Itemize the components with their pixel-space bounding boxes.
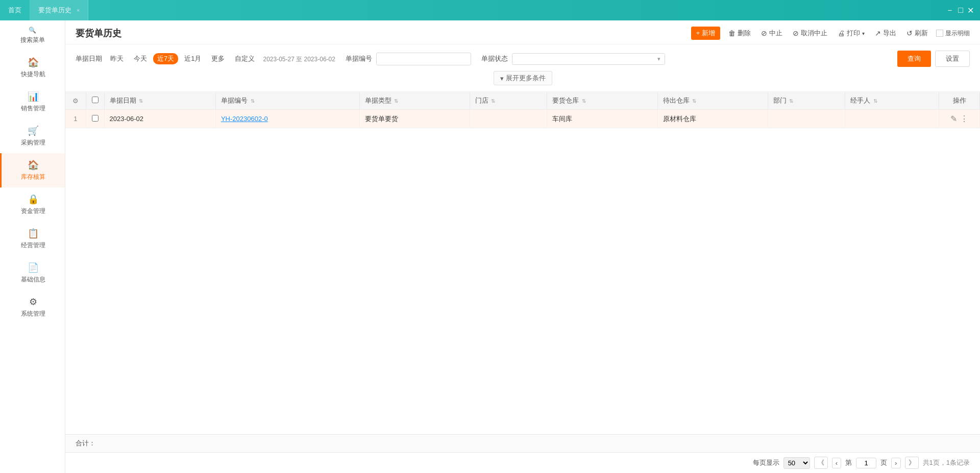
table-footer: 合计： — [65, 434, 980, 452]
sidebar-item-operation[interactable]: 📋 经营管理 — [0, 222, 65, 256]
tab-requisition-history[interactable]: 要货单历史 × — [30, 0, 88, 20]
col-pending-warehouse-sort-icon[interactable]: ⇅ — [692, 98, 696, 104]
show-detail-button[interactable]: 显示明细 — [936, 29, 970, 38]
new-button[interactable]: + 新增 — [691, 27, 720, 40]
first-page-button[interactable]: 《 — [814, 457, 828, 469]
row-number: 1 — [65, 110, 86, 128]
main-layout: 🔍 搜索菜单 🏠 快捷导航 📊 销售管理 🛒 采购管理 🏠 库存核算 🔒 资金管… — [0, 20, 980, 473]
date-opt-yesterday[interactable]: 昨天 — [106, 53, 128, 64]
row-store — [470, 110, 547, 128]
col-check[interactable] — [86, 92, 104, 110]
sidebar-item-purchase[interactable]: 🛒 采购管理 — [0, 119, 65, 153]
row-more-icon[interactable]: ⋮ — [960, 114, 968, 124]
row-docno[interactable]: YH-20230602-0 — [215, 110, 359, 128]
sidebar-item-sales[interactable]: 📊 销售管理 — [0, 85, 65, 119]
sidebar-item-basic-info[interactable]: 📄 基础信息 — [0, 256, 65, 290]
row-edit-icon[interactable]: ✎ — [950, 114, 957, 124]
expand-filter-button[interactable]: ▾ 展开更多条件 — [494, 71, 552, 85]
table-body: 1 2023-06-02 YH-20230602-0 要货单要货 车间库 原材料… — [65, 110, 980, 128]
per-page-select[interactable]: 20 50 100 200 — [783, 457, 810, 469]
next-page-button[interactable]: › — [891, 458, 900, 468]
sidebar-item-finance[interactable]: 🔒 资金管理 — [0, 187, 65, 222]
date-options: 昨天 今天 近7天 近1月 更多 自定义 — [106, 53, 259, 64]
sidebar-item-label: 资金管理 — [21, 207, 45, 216]
sidebar-item-quick-nav[interactable]: 🏠 快捷导航 — [0, 51, 65, 85]
sidebar-search-label: 搜索菜单 — [20, 36, 45, 44]
content-area: 要货单历史 + 新增 🗑 删除 ⊘ 中止 ⊘ 取消中止 🖨 — [65, 20, 980, 473]
page-header: 要货单历史 + 新增 🗑 删除 ⊘ 中止 ⊘ 取消中止 🖨 — [65, 20, 980, 44]
sidebar-item-label: 经营管理 — [21, 241, 45, 250]
row-handler — [845, 110, 939, 128]
date-opt-more[interactable]: 更多 — [207, 53, 229, 64]
chart-icon: 📊 — [28, 91, 39, 102]
row-checkbox-cell[interactable] — [86, 110, 104, 128]
col-store-sort-icon[interactable]: ⇅ — [491, 98, 495, 104]
tab-close-icon[interactable]: × — [77, 7, 80, 13]
show-detail-label: 显示明细 — [945, 29, 970, 38]
col-handler-sort-icon[interactable]: ⇅ — [873, 98, 877, 104]
row-docno-link[interactable]: YH-20230602-0 — [221, 115, 268, 123]
docno-input[interactable] — [376, 53, 471, 65]
sidebar-item-system[interactable]: ⚙ 系统管理 — [0, 290, 65, 324]
refresh-button[interactable]: ↺ 刷新 — [904, 28, 930, 39]
maximize-icon[interactable]: □ — [958, 6, 963, 15]
col-doctype-sort-icon[interactable]: ⇅ — [394, 98, 398, 104]
top-tabs: 首页 要货单历史 × — [0, 0, 940, 20]
date-opt-today[interactable]: 今天 — [130, 53, 151, 64]
sidebar-item-label: 快捷导航 — [21, 70, 45, 79]
select-all-checkbox[interactable] — [92, 97, 99, 103]
date-opt-7days[interactable]: 近7天 — [153, 53, 178, 64]
col-settings[interactable]: ⚙ — [65, 92, 86, 110]
col-req-warehouse-sort-icon[interactable]: ⇅ — [582, 98, 586, 104]
home-icon: 🏠 — [28, 57, 39, 68]
prev-page-button[interactable]: ‹ — [832, 458, 841, 468]
table-container[interactable]: ⚙ 单据日期 ⇅ 单据编号 ⇅ — [65, 92, 980, 434]
query-button[interactable]: 查询 — [897, 51, 931, 67]
home-tab-label: 首页 — [8, 6, 21, 15]
col-store-label: 门店 — [475, 97, 488, 104]
export-icon: ↗ — [875, 29, 881, 37]
date-opt-1month[interactable]: 近1月 — [180, 53, 205, 64]
date-range-text: 2023-05-27 至 2023-06-02 — [263, 55, 335, 64]
row-checkbox[interactable] — [92, 115, 99, 122]
pagination-bar: 每页显示 20 50 100 200 《 ‹ 第 页 › 》 共1页，1条记录 — [65, 452, 980, 473]
sidebar-item-inventory[interactable]: 🏠 库存核算 — [0, 153, 65, 187]
refresh-btn-label: 刷新 — [915, 29, 928, 38]
page-label: 第 — [845, 458, 852, 467]
col-handler: 经手人 ⇅ — [845, 92, 939, 110]
close-icon[interactable]: ✕ — [967, 6, 974, 15]
last-page-button[interactable]: 》 — [905, 457, 919, 469]
refresh-icon: ↺ — [906, 29, 913, 37]
status-dropdown-icon: ▾ — [657, 56, 660, 62]
page-title: 要货单历史 — [76, 27, 121, 39]
status-select[interactable]: ▾ — [512, 53, 665, 65]
tab-home[interactable]: 首页 — [0, 0, 30, 20]
page-suffix: 页 — [880, 458, 887, 467]
col-date-sort-icon[interactable]: ⇅ — [139, 98, 143, 104]
col-doctype-label: 单据类型 — [365, 97, 391, 104]
docno-filter-label: 单据编号 — [346, 54, 372, 63]
sidebar-item-label: 库存核算 — [21, 173, 45, 181]
stop-icon: ⊘ — [761, 29, 767, 37]
page-number-input[interactable] — [856, 458, 876, 468]
minimize-icon[interactable]: － — [946, 5, 954, 16]
sidebar-item-label: 系统管理 — [21, 310, 45, 318]
cancel-stop-button[interactable]: ⊘ 取消中止 — [791, 28, 829, 39]
col-docno-sort-icon[interactable]: ⇅ — [251, 98, 255, 104]
filter-row-2: ▾ 展开更多条件 — [76, 71, 970, 85]
col-pending-warehouse: 待出仓库 ⇅ — [657, 92, 768, 110]
delete-button[interactable]: 🗑 删除 — [726, 28, 753, 39]
col-operation-label: 操作 — [953, 97, 966, 104]
stop-button[interactable]: ⊘ 中止 — [759, 28, 785, 39]
date-opt-custom[interactable]: 自定义 — [231, 53, 259, 64]
filter-settings-button[interactable]: 设置 — [935, 51, 970, 67]
total-info: 共1页，1条记录 — [923, 458, 970, 467]
inventory-icon: 🏠 — [28, 159, 39, 171]
col-department-sort-icon[interactable]: ⇅ — [789, 98, 793, 104]
sidebar-search[interactable]: 🔍 搜索菜单 — [0, 20, 65, 51]
toolbar: + 新增 🗑 删除 ⊘ 中止 ⊘ 取消中止 🖨 打印 ▾ — [691, 27, 970, 40]
export-button[interactable]: ↗ 导出 — [873, 28, 898, 39]
status-filter-label: 单据状态 — [481, 54, 508, 63]
table-settings-icon[interactable]: ⚙ — [72, 97, 79, 105]
print-button[interactable]: 🖨 打印 ▾ — [836, 28, 867, 39]
